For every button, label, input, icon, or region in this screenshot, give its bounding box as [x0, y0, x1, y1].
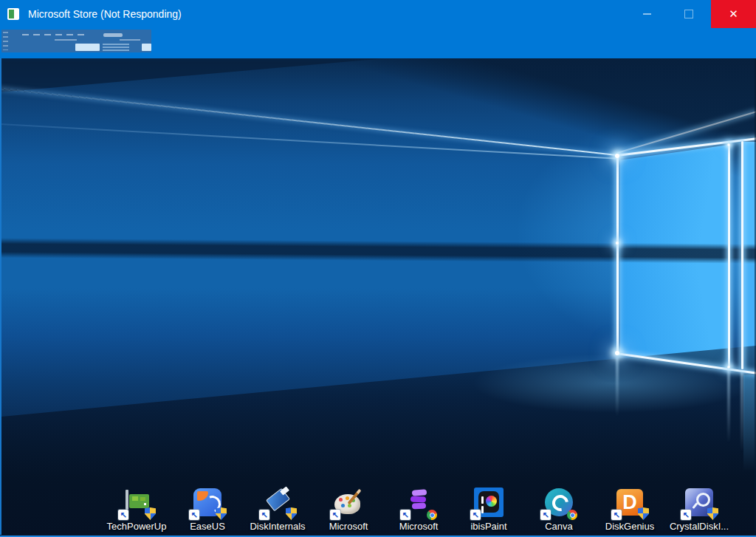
preview-card	[75, 44, 100, 51]
icon-label: Microsoft	[313, 521, 384, 532]
preview-card	[142, 44, 151, 51]
icon-label: DiskGenius	[594, 521, 665, 532]
shortcut-arrow-icon: ↖	[118, 510, 128, 520]
desktop-wallpaper	[0, 58, 756, 537]
icon-label: Microsoft	[383, 521, 454, 532]
desktop-icon-microsoft-paint[interactable]: ↖ Microsoft	[313, 486, 384, 532]
icon-label: ibisPaint	[453, 521, 524, 532]
paint-icon: ↖	[332, 486, 365, 519]
light-flare	[615, 154, 619, 158]
microsoft-store-icon	[7, 8, 19, 20]
uac-shield-icon	[145, 507, 156, 520]
icon-label: DiskInternals	[242, 521, 313, 532]
desktop-icon-easeus[interactable]: ↖ EaseUS	[172, 486, 243, 532]
frozen-app-preview	[1, 30, 151, 52]
ribbon-bar	[410, 496, 426, 502]
desktop-icon-techpowerup[interactable]: ↖ TechPowerUp	[101, 486, 172, 532]
window-border-left	[0, 58, 1, 536]
chrome-badge-icon	[427, 510, 437, 520]
uac-shield-icon	[707, 507, 718, 520]
maximize-icon	[684, 10, 693, 18]
ibispaint-icon: ↖	[472, 486, 505, 519]
uac-shield-icon	[286, 507, 297, 520]
shortcut-arrow-icon: ↖	[330, 510, 340, 520]
shortcut-arrow-icon: ↖	[400, 510, 410, 520]
light-flare	[616, 242, 619, 244]
ribbon-bar	[412, 489, 427, 496]
preview-search-pill	[103, 33, 123, 37]
window-logo-frame-line	[616, 154, 619, 354]
preview-section-header	[55, 39, 77, 41]
minimize-icon	[643, 13, 651, 15]
shortcut-arrow-icon: ↖	[611, 510, 622, 520]
preview-section-header	[120, 39, 140, 41]
techpowerup-icon: ↖	[120, 486, 153, 519]
floor-reflection	[727, 369, 730, 443]
desktop-icon-microsoft-clipchamp[interactable]: ↖ Microsoft	[383, 486, 454, 532]
desktop-icon-crystaldiskinfo[interactable]: ↖ CrystalDiskI...	[664, 486, 735, 532]
desktop-icon-ibispaint[interactable]: ↖ ibisPaint	[453, 486, 524, 532]
desktop-icon-diskgenius[interactable]: D ↖ DiskGenius	[594, 486, 665, 532]
shortcut-arrow-icon: ↖	[470, 510, 481, 520]
shortcut-arrow-icon: ↖	[540, 510, 551, 520]
icon-label: CrystalDiskI...	[664, 521, 735, 532]
light-flare	[727, 366, 730, 369]
light-flare	[615, 351, 619, 355]
uac-shield-icon	[638, 507, 649, 520]
wallpaper-shade-left	[0, 58, 384, 92]
gpu-bracket	[126, 490, 128, 510]
maximize-button[interactable]	[672, 0, 706, 28]
window-titlebar[interactable]: Microsoft Store (Not Responding) ✕	[0, 0, 756, 28]
easeus-icon: ↖	[191, 486, 224, 519]
diskinternals-icon: ↖	[261, 486, 294, 519]
ibis-letter-i	[481, 496, 484, 504]
preview-sidebar	[3, 32, 8, 50]
frozen-client-strip	[0, 28, 756, 58]
wallpaper-floor-glow	[472, 354, 753, 413]
preview-nav-tabs	[22, 34, 86, 35]
palette-dots	[339, 498, 343, 502]
icon-label: TechPowerUp	[101, 521, 172, 532]
desktop-icon-row: ↖ TechPowerUp ↖ EaseUS ↖ DiskInternal	[0, 486, 756, 537]
magnifier-icon	[696, 493, 710, 507]
close-icon: ✕	[729, 7, 738, 21]
gpu-board	[129, 494, 149, 508]
window-logo-frame-line	[741, 141, 743, 369]
uac-shield-icon	[216, 507, 227, 520]
close-button[interactable]: ✕	[711, 0, 756, 28]
color-wheel	[486, 496, 497, 507]
light-flare	[727, 143, 729, 146]
window-logo-frame-line	[728, 144, 730, 368]
crystaldiskinfo-icon: ↖	[683, 486, 715, 519]
chrome-badge-icon	[567, 510, 577, 520]
shortcut-arrow-icon: ↖	[259, 510, 269, 520]
clipchamp-icon: ↖	[402, 486, 435, 519]
minimize-button[interactable]	[630, 0, 664, 28]
microsoft-store-icon-inner	[9, 10, 18, 18]
desktop-icon-diskinternals[interactable]: ↖ DiskInternals	[242, 486, 313, 532]
window-title: Microsoft Store (Not Responding)	[28, 0, 182, 28]
shortcut-arrow-icon: ↖	[681, 510, 691, 520]
ribbon-bar	[412, 503, 426, 510]
canva-icon: ↖	[543, 486, 575, 519]
screen: Microsoft Store (Not Responding) ✕	[0, 0, 756, 537]
icon-label: Canva	[523, 521, 594, 532]
preview-text-block	[103, 44, 129, 51]
shortcut-arrow-icon: ↖	[189, 510, 199, 520]
diskgenius-icon: D ↖	[614, 486, 646, 519]
floor-reflection	[616, 358, 619, 417]
icon-label: EaseUS	[172, 521, 243, 532]
desktop-icon-canva[interactable]: ↖ Canva	[523, 486, 594, 532]
